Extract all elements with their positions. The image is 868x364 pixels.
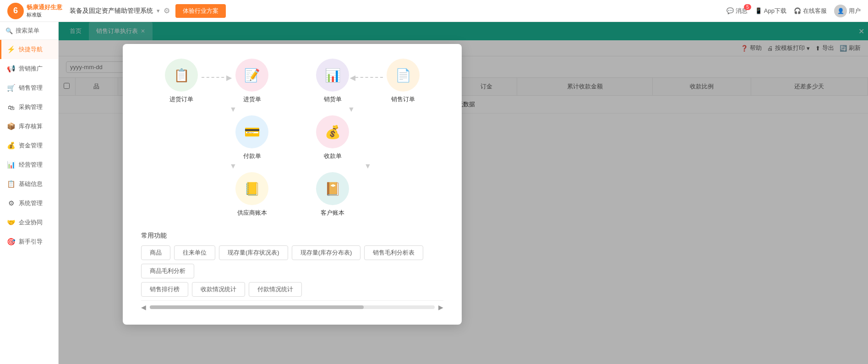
inventory-icon: 📦 [7, 122, 15, 130]
quick-btn-payment-stat[interactable]: 付款情况统计 [249, 282, 302, 297]
system-title-area: 装备及固定资产辅助管理系统 ▾ ⚙ 体验行业方案 [66, 4, 726, 18]
quick-btn-partner[interactable]: 往来单位 [174, 245, 215, 260]
sidebar: 🔍 搜索菜单 ⚡ 快捷导航 📢 营销推广 🛒 销售管理 🛍 采购管理 📦 [0, 22, 59, 364]
receipt-slip-icon: 💰 [316, 115, 349, 148]
supplier-account-icon: 📒 [235, 172, 268, 205]
scroll-track [150, 305, 435, 309]
title-dropdown-icon[interactable]: ▾ [157, 7, 160, 14]
receipt-slip-label: 收款单 [324, 152, 342, 160]
sidebar-item-sales[interactable]: 🛒 销售管理 [0, 78, 58, 98]
message-icon: 💬 [726, 7, 734, 14]
purchase-slip-node: 📝 进货单 [235, 59, 268, 103]
quick-btn-stock-status[interactable]: 现存量(库存状况表) [219, 245, 288, 260]
quick-btns-container: 商品 往来单位 现存量(库存状况表) 现存量(库存分布表) 销售毛利分析表 商品… [141, 245, 443, 278]
sidebar-item-purchase[interactable]: 🛍 采购管理 [0, 98, 58, 117]
sidebar-item-enterprise[interactable]: 🤝 企业协同 [0, 213, 58, 232]
sidebar-item-basic-info[interactable]: 📋 基础信息 [0, 174, 58, 194]
sidebar-item-marketing[interactable]: 📢 营销推广 [0, 59, 58, 78]
receipt-row: 💰 收款单 [316, 115, 420, 160]
logo-area: 6 畅康通好生意 标准版 [7, 3, 66, 19]
scroll-thumb [150, 305, 364, 309]
sidebar-item-quick-nav[interactable]: ⚡ 快捷导航 [0, 40, 58, 59]
scroll-right-icon[interactable]: ▶ [438, 304, 443, 311]
quick-btn-receipt-stat[interactable]: 收款情况统计 [192, 282, 245, 297]
marketing-icon: 📢 [7, 65, 15, 73]
quick-nav-popup: 📋 进货订单 ▶ 📝 进货单 [123, 44, 462, 325]
purchase-slip-label: 进货单 [243, 95, 261, 103]
arrow-rec-down: ▼ [364, 162, 371, 170]
quick-btn-stock-dist[interactable]: 现存量(库存分布表) [292, 245, 361, 260]
sidebar-item-guide[interactable]: 🎯 新手引导 [0, 232, 58, 251]
enterprise-icon: 🤝 [7, 218, 15, 227]
purchase-slip-icon: 📝 [235, 59, 268, 92]
arrow-ps-down: ▼ [229, 105, 237, 114]
avatar: 👤 [834, 5, 847, 17]
sale-order-label: 销售订单 [391, 95, 415, 103]
receipt-slip-node: 💰 收款单 [316, 115, 349, 160]
payment-slip-node: 💳 付款单 [235, 115, 268, 160]
search-icon: 🔍 [5, 27, 13, 34]
quick-btn-product[interactable]: 商品 [141, 245, 170, 260]
sale-slip-node: 📊 销货单 [316, 59, 349, 103]
supplier-account-node: 📒 供应商账本 [235, 172, 268, 217]
user-menu[interactable]: 👤 用户 [834, 5, 861, 17]
overlay: 📋 进货订单 ▶ 📝 进货单 [59, 22, 868, 364]
logo-text: 畅康通好生意 标准版 [27, 4, 62, 18]
left-flow-group: 📋 进货订单 ▶ 📝 进货单 [165, 59, 268, 217]
arrow-pay-down: ▼ [229, 162, 237, 170]
quick-title: 常用功能 [141, 232, 443, 240]
flow-diagram: 📋 进货订单 ▶ 📝 进货单 [141, 59, 443, 217]
sale-slip-label: 销货单 [324, 95, 342, 103]
sidebar-item-operation[interactable]: 📊 经营管理 [0, 155, 58, 174]
experience-btn[interactable]: 体验行业方案 [175, 4, 226, 18]
payment-slip-icon: 💳 [235, 115, 268, 148]
payment-slip-label: 付款单 [243, 152, 261, 160]
operation-icon: 📊 [7, 161, 15, 169]
arrow-ss-down: ▼ [348, 105, 355, 114]
content-area: 首页 销售订单执行表 ✕ ✕ ❓ 帮助 🖨 按模板打印 [59, 22, 868, 364]
top-flow-row: 📋 进货订单 ▶ 📝 进货单 [165, 59, 268, 103]
settings-icon[interactable]: ⚙ [164, 6, 170, 15]
top-right-flow-row: 📊 销货单 ▶ 📄 销售订单 [316, 59, 420, 103]
customer-account-node: 📔 客户账本 [316, 172, 349, 217]
message-badge: 5 [744, 4, 751, 10]
arrow-po-to-ps: ▶ [198, 73, 235, 82]
arrow-so-to-ss: ▶ [349, 73, 387, 82]
app-download-btn[interactable]: 📱 App下载 [755, 7, 786, 15]
payment-row: 💳 付款单 [165, 115, 268, 160]
quick-nav-icon: ⚡ [7, 45, 15, 54]
sidebar-item-system[interactable]: ⚙ 系统管理 [0, 194, 58, 213]
finance-icon: 💰 [7, 141, 15, 150]
system-title: 装备及固定资产辅助管理系统 [70, 7, 153, 15]
scroll-bar-hint: ◀ ▶ [141, 300, 443, 314]
purchase-order-icon: 📋 [165, 59, 198, 92]
quick-btn-sales-rank[interactable]: 销售排行榜 [141, 282, 188, 297]
supplier-account-row: 📒 供应商账本 [165, 172, 268, 217]
customer-account-icon: 📔 [316, 172, 349, 205]
service-icon: 🎧 [794, 7, 801, 14]
sidebar-item-finance[interactable]: 💰 资金管理 [0, 136, 58, 155]
purchase-icon: 🛍 [7, 103, 15, 111]
supplier-account-label: 供应商账本 [237, 209, 267, 217]
logo-icon: 6 [7, 3, 24, 19]
quick-btn-sales-profit[interactable]: 销售毛利分析表 [364, 245, 423, 260]
sale-slip-icon: 📊 [316, 59, 349, 92]
sidebar-item-inventory[interactable]: 📦 库存核算 [0, 117, 58, 136]
quick-btns-row2: 销售排行榜 收款情况统计 付款情况统计 [141, 282, 443, 297]
search-menu-btn[interactable]: 🔍 搜索菜单 [0, 22, 58, 40]
top-bar: 6 畅康通好生意 标准版 装备及固定资产辅助管理系统 ▾ ⚙ 体验行业方案 💬 … [0, 0, 868, 22]
online-service-btn[interactable]: 🎧 在线客服 [794, 7, 827, 15]
basic-info-icon: 📋 [7, 180, 15, 188]
purchase-order-label: 进货订单 [169, 95, 193, 103]
system-icon: ⚙ [7, 199, 15, 207]
sale-order-node: 📄 销售订单 [387, 59, 420, 103]
customer-account-row: 📔 客户账本 [316, 172, 420, 217]
sale-order-icon: 📄 [387, 59, 420, 92]
quick-btn-product-profit[interactable]: 商品毛利分析 [141, 264, 194, 278]
download-icon: 📱 [755, 7, 762, 14]
message-btn[interactable]: 💬 消息 5 [726, 7, 748, 15]
customer-account-label: 客户账本 [321, 209, 344, 217]
scroll-left-icon[interactable]: ◀ [141, 304, 146, 311]
sales-icon: 🛒 [7, 84, 15, 92]
top-right: 💬 消息 5 📱 App下载 🎧 在线客服 👤 用户 [726, 5, 861, 17]
